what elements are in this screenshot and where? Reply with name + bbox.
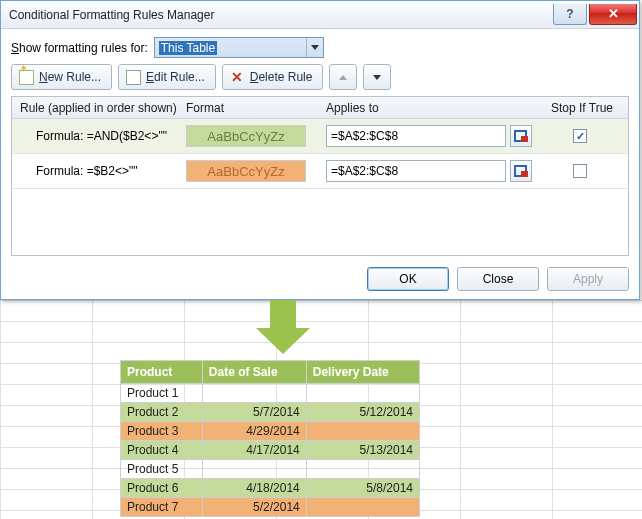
table-cell[interactable]: Product 5 <box>121 460 203 479</box>
delete-rule-button[interactable]: ✕ Delete Rule <box>222 64 324 90</box>
result-table: ProductDate of SaleDelivery Date Product… <box>120 360 420 517</box>
table-cell[interactable]: 4/17/2014 <box>202 441 306 460</box>
scope-row: Show formatting rules for: This Table <box>11 37 629 58</box>
stop-if-true-checkbox[interactable] <box>573 129 587 143</box>
rule-formula: Formula: =AND($B2<>"" <box>12 129 182 143</box>
help-button[interactable]: ? <box>553 4 587 25</box>
table-cell[interactable] <box>202 460 306 479</box>
range-selector-icon <box>514 165 528 177</box>
table-cell[interactable]: Product 3 <box>121 422 203 441</box>
chevron-up-icon <box>339 75 347 80</box>
dialog-title: Conditional Formatting Rules Manager <box>9 8 214 22</box>
table-cell[interactable] <box>202 384 306 403</box>
table-header-cell: Product <box>121 361 203 384</box>
rules-list: Rule (applied in order shown) Format App… <box>11 96 629 256</box>
arrow-down-illustration <box>256 300 310 358</box>
table-row[interactable]: Product 25/7/20145/12/2014 <box>121 403 420 422</box>
table-cell[interactable]: 5/13/2014 <box>306 441 419 460</box>
new-rule-icon <box>18 69 34 85</box>
close-button[interactable]: Close <box>457 267 539 291</box>
move-up-button[interactable] <box>329 64 357 90</box>
scope-combobox[interactable]: This Table <box>154 37 324 58</box>
new-rule-button[interactable]: New Rule... <box>11 64 112 90</box>
edit-rule-icon <box>125 69 141 85</box>
cf-rules-manager-dialog: Conditional Formatting Rules Manager ? ✕… <box>0 0 640 300</box>
table-cell[interactable]: Product 4 <box>121 441 203 460</box>
table-cell[interactable]: 4/29/2014 <box>202 422 306 441</box>
window-buttons: ? ✕ <box>553 4 637 26</box>
col-header-stop: Stop If True <box>547 101 628 115</box>
scope-selected-value: This Table <box>159 41 217 55</box>
table-row[interactable]: Product 5 <box>121 460 420 479</box>
table-cell[interactable]: 4/18/2014 <box>202 479 306 498</box>
table-cell[interactable]: Product 1 <box>121 384 203 403</box>
applies-to-input[interactable] <box>326 160 506 182</box>
ok-button[interactable]: OK <box>367 267 449 291</box>
table-cell[interactable]: 5/2/2014 <box>202 498 306 517</box>
table-cell[interactable]: Product 7 <box>121 498 203 517</box>
table-header-cell: Delivery Date <box>306 361 419 384</box>
apply-button[interactable]: Apply <box>547 267 629 291</box>
edit-rule-button[interactable]: Edit Rule... <box>118 64 216 90</box>
rules-header-row: Rule (applied in order shown) Format App… <box>12 97 628 119</box>
range-selector-icon <box>514 130 528 142</box>
col-header-format: Format <box>182 101 322 115</box>
table-row[interactable]: Product 44/17/20145/13/2014 <box>121 441 420 460</box>
rule-formula: Formula: =$B2<>"" <box>12 164 182 178</box>
format-preview: AaBbCcYyZz <box>186 160 306 182</box>
table-cell[interactable]: 5/7/2014 <box>202 403 306 422</box>
table-cell[interactable] <box>306 498 419 517</box>
rule-row[interactable]: Formula: =$B2<>""AaBbCcYyZz <box>12 154 628 189</box>
range-selector-button[interactable] <box>510 160 532 182</box>
chevron-down-icon <box>373 75 381 80</box>
stop-if-true-checkbox[interactable] <box>573 164 587 178</box>
delete-rule-icon: ✕ <box>229 69 245 85</box>
table-row[interactable]: Product 75/2/2014 <box>121 498 420 517</box>
rule-row[interactable]: Formula: =AND($B2<>""AaBbCcYyZz <box>12 119 628 154</box>
move-down-button[interactable] <box>363 64 391 90</box>
close-window-button[interactable]: ✕ <box>589 4 637 25</box>
chevron-down-icon <box>306 38 323 57</box>
help-icon: ? <box>566 7 573 21</box>
col-header-applies: Applies to <box>322 101 547 115</box>
table-cell[interactable] <box>306 384 419 403</box>
col-header-rule: Rule (applied in order shown) <box>12 101 182 115</box>
format-preview: AaBbCcYyZz <box>186 125 306 147</box>
range-selector-button[interactable] <box>510 125 532 147</box>
table-row[interactable]: Product 34/29/2014 <box>121 422 420 441</box>
rules-toolbar: New Rule... Edit Rule... ✕ Delete Rule <box>11 64 629 90</box>
table-row[interactable]: Product 64/18/20145/8/2014 <box>121 479 420 498</box>
dialog-footer: OK Close Apply <box>367 267 629 291</box>
scope-label: Show formatting rules for: <box>11 41 148 55</box>
table-cell[interactable] <box>306 422 419 441</box>
dialog-titlebar: Conditional Formatting Rules Manager ? ✕ <box>1 1 639 29</box>
table-row[interactable]: Product 1 <box>121 384 420 403</box>
table-header-cell: Date of Sale <box>202 361 306 384</box>
table-cell[interactable]: Product 2 <box>121 403 203 422</box>
table-cell[interactable]: 5/12/2014 <box>306 403 419 422</box>
table-cell[interactable]: 5/8/2014 <box>306 479 419 498</box>
close-icon: ✕ <box>608 6 619 21</box>
table-cell[interactable] <box>306 460 419 479</box>
table-cell[interactable]: Product 6 <box>121 479 203 498</box>
dialog-body: Show formatting rules for: This Table Ne… <box>1 29 639 264</box>
applies-to-input[interactable] <box>326 125 506 147</box>
